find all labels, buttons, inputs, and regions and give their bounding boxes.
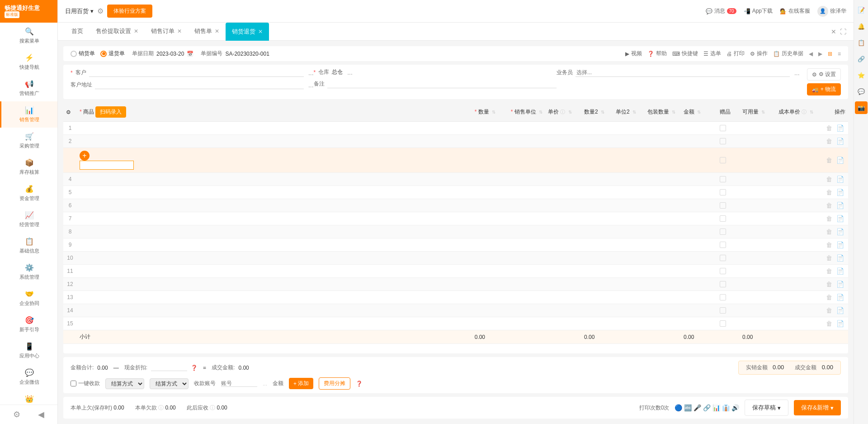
product-cell[interactable] [77, 238, 472, 252]
delete-icon[interactable]: 🗑 [826, 320, 832, 327]
one-click-payment[interactable]: 一键收款 [71, 380, 100, 387]
pkg-cell[interactable] [645, 148, 681, 173]
amount-cell[interactable] [681, 212, 717, 225]
add-row-btn[interactable]: + [80, 151, 90, 161]
qty-cell[interactable] [472, 148, 508, 173]
gift-checkbox[interactable] [720, 138, 726, 144]
cost-cell[interactable] [776, 173, 816, 186]
available-cell[interactable] [740, 225, 776, 238]
unit2-cell[interactable] [613, 186, 645, 199]
product-input[interactable] [80, 161, 134, 170]
grid-view-icon[interactable]: ⊞ [828, 51, 832, 57]
topbar-settings-icon[interactable]: ⚙ [97, 7, 104, 15]
unit2-cell[interactable] [613, 317, 645, 330]
sidebar-item-system[interactable]: ⚙️ 系统管理 [0, 259, 57, 285]
amount-cell[interactable] [681, 199, 717, 212]
pkg-cell[interactable] [645, 265, 681, 278]
message-btn[interactable]: 💬 消息 70 [706, 7, 736, 15]
unit-cell[interactable] [508, 238, 545, 252]
tab-price-settings[interactable]: 售价提取设置 ✕ [90, 23, 145, 41]
unit-cell[interactable] [508, 173, 545, 186]
product-cell[interactable] [77, 317, 472, 330]
delete-icon[interactable]: 🗑 [826, 307, 832, 314]
tool-icon-4[interactable]: 🔗 [703, 404, 711, 411]
unit2-cell[interactable] [613, 225, 645, 238]
expense-btn[interactable]: 费用分摊 [319, 377, 350, 390]
gift-cell[interactable] [717, 186, 740, 199]
cost-cell[interactable] [776, 135, 816, 148]
gift-checkbox[interactable] [720, 255, 726, 261]
gift-checkbox[interactable] [720, 281, 726, 287]
price-cell[interactable] [545, 225, 581, 238]
tab-close-icon[interactable]: ✕ [134, 28, 138, 34]
sidebar-item-marketing[interactable]: 📢 营销推广 [0, 75, 57, 101]
unit2-cell[interactable] [613, 212, 645, 225]
tab-close-icon[interactable]: ✕ [258, 29, 263, 35]
gift-cell[interactable] [717, 122, 740, 135]
product-cell[interactable] [77, 304, 472, 317]
amount-cell[interactable] [681, 225, 717, 238]
delete-icon[interactable]: 🗑 [826, 254, 832, 262]
sidebar-item-search[interactable]: 🔍 搜索菜单 [0, 23, 57, 49]
copy-icon[interactable]: 📄 [836, 267, 844, 275]
copy-icon[interactable]: 📄 [836, 202, 844, 209]
unit2-cell[interactable] [613, 265, 645, 278]
unit2-cell[interactable] [613, 238, 645, 252]
price-cell[interactable] [545, 186, 581, 199]
cost-cell[interactable] [776, 278, 816, 291]
sidebar-item-quick-nav[interactable]: ⚡ 快捷导航 [0, 49, 57, 75]
gift-cell[interactable] [717, 304, 740, 317]
pkg-cell[interactable] [645, 199, 681, 212]
discount-input[interactable] [151, 364, 187, 371]
warehouse-dots-btn[interactable]: ... [347, 69, 353, 76]
delete-icon[interactable]: 🗑 [826, 281, 832, 288]
available-cell[interactable] [740, 148, 776, 173]
delete-icon[interactable]: 🗑 [826, 138, 832, 145]
qty2-cell[interactable] [581, 199, 613, 212]
tab-home[interactable]: 首页 [65, 23, 90, 41]
pkg-cell[interactable] [645, 291, 681, 304]
gift-checkbox[interactable] [720, 157, 726, 163]
list-view-icon[interactable]: ≡ [838, 51, 841, 57]
unit-cell[interactable] [508, 225, 545, 238]
qty-cell[interactable] [472, 135, 508, 148]
product-cell[interactable] [77, 186, 472, 199]
right-panel-btn-3[interactable]: 📋 [855, 36, 868, 49]
tab-close-icon[interactable]: ✕ [215, 28, 219, 34]
gift-cell[interactable] [717, 212, 740, 225]
tool-icon-3[interactable]: 🎤 [693, 404, 701, 411]
copy-icon[interactable]: 📄 [836, 241, 844, 248]
copy-icon[interactable]: 📄 [836, 307, 844, 314]
amount-cell[interactable] [681, 122, 717, 135]
pkg-cell[interactable] [645, 135, 681, 148]
sidebar-settings-btn[interactable]: ⚙ [13, 410, 20, 419]
gift-checkbox[interactable] [720, 189, 726, 195]
cost-cell[interactable] [776, 265, 816, 278]
help-icon[interactable]: ❓ [191, 365, 198, 371]
gift-cell[interactable] [717, 148, 740, 173]
product-cell[interactable] [77, 199, 472, 212]
unit2-cell[interactable] [613, 252, 645, 265]
delete-icon[interactable]: 🗑 [826, 241, 832, 248]
qty-cell[interactable] [472, 252, 508, 265]
copy-icon[interactable]: 📄 [836, 254, 844, 262]
sidebar-item-sales[interactable]: 📊 销售管理 [0, 101, 57, 128]
unit-cell[interactable] [508, 135, 545, 148]
price-cell[interactable] [545, 304, 581, 317]
pkg-cell[interactable] [645, 238, 681, 252]
address-input[interactable] [95, 81, 304, 89]
right-panel-btn-5[interactable]: ⭐ [855, 69, 868, 81]
gift-cell[interactable] [717, 225, 740, 238]
unit-cell[interactable] [508, 148, 545, 173]
unit2-cell[interactable] [613, 122, 645, 135]
price-cell[interactable] [545, 212, 581, 225]
delete-icon[interactable]: 🗑 [826, 124, 832, 132]
qty2-cell[interactable] [581, 317, 613, 330]
qty2-cell[interactable] [581, 278, 613, 291]
cost-cell[interactable] [776, 186, 816, 199]
sidebar-item-enterprise[interactable]: 🤝 企业协同 [0, 285, 57, 311]
amount-cell[interactable] [681, 148, 717, 173]
price-cell[interactable] [545, 122, 581, 135]
qty2-cell[interactable] [581, 135, 613, 148]
qty2-cell[interactable] [581, 238, 613, 252]
